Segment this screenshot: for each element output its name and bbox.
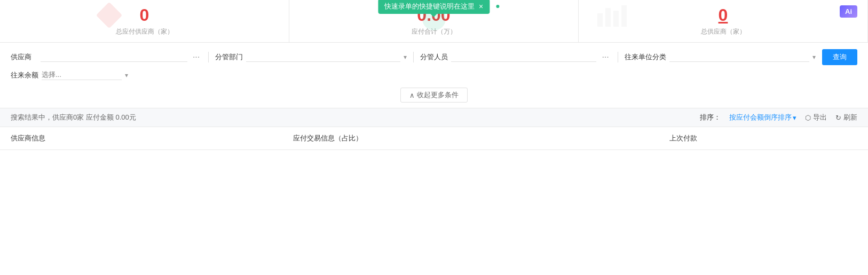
filter-person: 分管人员 ··· bbox=[420, 52, 611, 62]
svg-rect-0 bbox=[96, 2, 122, 28]
total-payable-suppliers-value: 0 bbox=[140, 6, 149, 25]
payable-total-label: 应付合计（万） bbox=[412, 27, 456, 36]
unit-class-input[interactable] bbox=[669, 52, 809, 60]
chart-icon bbox=[595, 3, 627, 29]
svg-rect-5 bbox=[605, 8, 611, 27]
query-button[interactable]: 查询 bbox=[822, 49, 857, 65]
balance-select[interactable] bbox=[42, 70, 122, 78]
divider-3 bbox=[618, 52, 618, 62]
person-label: 分管人员 bbox=[420, 52, 448, 62]
dept-label: 分管部门 bbox=[215, 52, 243, 62]
stats-bar: 0 总应付供应商（家） ¥ 0.00 应付合计（万） 快速录单的快捷键说明在这里… bbox=[0, 0, 868, 43]
svg-rect-6 bbox=[613, 11, 619, 27]
unit-class-input-wrapper bbox=[669, 52, 809, 62]
person-input-wrapper bbox=[451, 52, 597, 62]
collapse-row: ∧ 收起更多条件 bbox=[11, 85, 857, 108]
filter-section: 供应商 ··· 分管部门 ▾ 分管人员 ··· 往来单位分 bbox=[0, 43, 868, 108]
sort-select[interactable]: 按应付会额倒序排序 ▾ bbox=[729, 113, 796, 122]
filter-row-2: 往来余额 ▾ bbox=[11, 70, 857, 80]
table-header: 供应商信息 应付交易信息（占比） 上次付款 bbox=[0, 127, 868, 150]
refresh-label: 刷新 bbox=[843, 113, 857, 122]
collapse-btn-label: 收起更多条件 bbox=[417, 90, 459, 100]
stat-total-suppliers: 0 总供应商（家） bbox=[579, 0, 868, 42]
stat-total-payable-suppliers: 0 总应付供应商（家） bbox=[0, 0, 289, 42]
sort-label: 排序： bbox=[700, 113, 721, 122]
svg-rect-7 bbox=[621, 5, 627, 27]
total-suppliers-label: 总供应商（家） bbox=[701, 27, 746, 36]
total-suppliers-value: 0 bbox=[719, 6, 728, 25]
total-payable-suppliers-label: 总应付供应商（家） bbox=[116, 27, 173, 36]
supplier-dots-btn[interactable]: ··· bbox=[191, 52, 202, 62]
results-actions: 排序： 按应付会额倒序排序 ▾ ⬡ 导出 ↻ 刷新 bbox=[700, 113, 857, 122]
balance-chevron-icon[interactable]: ▾ bbox=[125, 72, 128, 79]
filter-dept: 分管部门 ▾ bbox=[215, 52, 406, 62]
ai-button[interactable]: Ai bbox=[840, 5, 857, 18]
dept-input-wrapper bbox=[246, 52, 400, 62]
export-btn[interactable]: ⬡ 导出 bbox=[805, 113, 827, 122]
table-body bbox=[0, 150, 868, 257]
balance-label: 往来余额 bbox=[11, 70, 38, 80]
collapse-btn[interactable]: ∧ 收起更多条件 bbox=[400, 88, 468, 103]
tooltip-bubble: 快速录单的快捷键说明在这里 × bbox=[378, 0, 490, 14]
balance-select-wrapper bbox=[42, 70, 122, 80]
tooltip-close-btn[interactable]: × bbox=[479, 3, 483, 10]
filter-row-1: 供应商 ··· 分管部门 ▾ 分管人员 ··· 往来单位分 bbox=[11, 49, 857, 65]
supplier-label: 供应商 bbox=[11, 52, 37, 62]
supplier-input[interactable] bbox=[41, 52, 187, 60]
diamond-icon bbox=[94, 1, 124, 30]
dept-input[interactable] bbox=[246, 52, 400, 60]
export-label: 导出 bbox=[813, 113, 827, 122]
divider-2 bbox=[413, 52, 414, 62]
export-icon: ⬡ bbox=[805, 114, 811, 122]
dept-chevron-icon[interactable]: ▾ bbox=[404, 53, 407, 61]
refresh-btn[interactable]: ↻ 刷新 bbox=[835, 113, 857, 122]
tooltip-text: 快速录单的快捷键说明在这里 bbox=[384, 2, 475, 11]
unit-class-label: 往来单位分类 bbox=[625, 52, 666, 62]
filter-balance: 往来余额 ▾ bbox=[11, 70, 128, 80]
sort-value-label: 按应付会额倒序排序 bbox=[729, 113, 792, 122]
unit-class-chevron-icon[interactable]: ▾ bbox=[812, 53, 816, 61]
results-bar: 搜索结果中，供应商0家 应付金额 0.00元 排序： 按应付会额倒序排序 ▾ ⬡… bbox=[0, 108, 868, 127]
table-col-payable-info: 应付交易信息（占比） bbox=[293, 133, 669, 143]
supplier-input-wrapper bbox=[41, 52, 187, 62]
divider-1 bbox=[208, 52, 209, 62]
table-col-last-payment: 上次付款 bbox=[669, 133, 857, 143]
filter-unit-class: 往来单位分类 ▾ bbox=[625, 52, 816, 62]
person-dots-btn[interactable]: ··· bbox=[599, 52, 611, 62]
svg-rect-4 bbox=[597, 13, 603, 27]
person-input[interactable] bbox=[451, 52, 597, 60]
tooltip-dot bbox=[495, 4, 500, 9]
stat-payable-total: ¥ 0.00 应付合计（万） 快速录单的快捷键说明在这里 × bbox=[289, 0, 579, 42]
refresh-icon: ↻ bbox=[835, 114, 841, 122]
table-col-supplier-info: 供应商信息 bbox=[11, 133, 293, 143]
results-info: 搜索结果中，供应商0家 应付金额 0.00元 bbox=[11, 113, 136, 122]
filter-supplier: 供应商 ··· bbox=[11, 52, 202, 62]
collapse-up-icon: ∧ bbox=[409, 91, 415, 99]
sort-chevron-icon: ▾ bbox=[793, 114, 796, 122]
